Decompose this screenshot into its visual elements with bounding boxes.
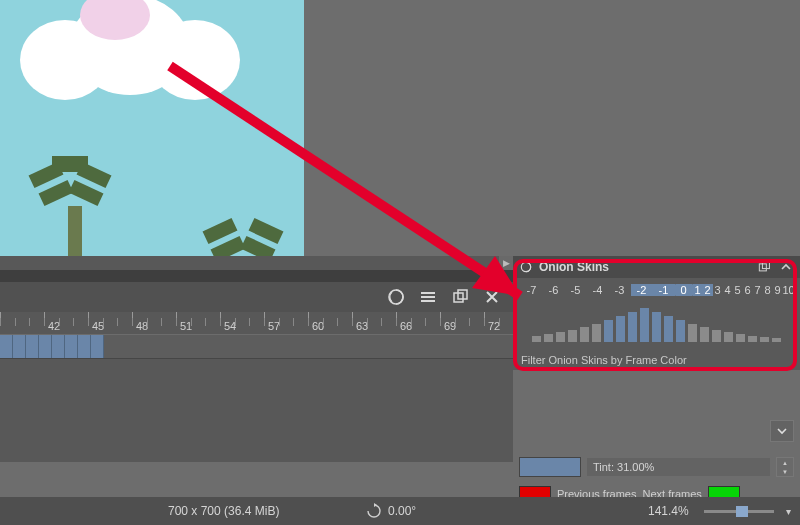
canvas-scrollbar-horizontal[interactable]: ▶ xyxy=(0,256,513,270)
onion-frame-numbers[interactable]: -7-6-5-4-3-2-1012345678910 xyxy=(513,278,800,298)
status-rotation[interactable]: 0.00° xyxy=(388,504,416,518)
dock-float-icon[interactable] xyxy=(451,288,469,306)
status-bar: 700 x 700 (36.4 MiB) 0.00° 141.4% ▾ xyxy=(0,497,800,525)
panel-title: Onion Skins xyxy=(539,260,750,274)
decoration-tree xyxy=(30,156,120,256)
status-dimensions: 700 x 700 (36.4 MiB) xyxy=(168,504,279,518)
onion-skin-icon[interactable] xyxy=(387,288,405,306)
zoom-slider-thumb[interactable] xyxy=(736,506,748,517)
decoration-cloud xyxy=(20,0,230,100)
panel-divider[interactable] xyxy=(0,270,513,282)
chevron-up-icon[interactable] xyxy=(778,259,794,275)
tint-color-swatch[interactable] xyxy=(519,457,581,477)
menu-icon[interactable] xyxy=(419,288,437,306)
tint-value[interactable]: Tint: 31.00% xyxy=(587,458,770,476)
tint-row: Tint: 31.00% ▲▼ xyxy=(519,456,794,478)
rotation-icon[interactable] xyxy=(366,503,382,519)
svg-rect-3 xyxy=(421,300,435,302)
status-zoom[interactable]: 141.4% xyxy=(648,504,689,518)
timeline-toolbar xyxy=(0,282,513,312)
decoration-tree xyxy=(200,214,290,256)
dock-float-icon[interactable] xyxy=(756,259,772,275)
onion-skins-panel: Onion Skins -7-6-5-4-3-2-1012345678910 F… xyxy=(513,256,800,370)
zoom-dropdown-icon[interactable]: ▾ xyxy=(780,503,796,519)
secondary-canvas-area xyxy=(513,0,800,256)
onion-filter-label: Filter Onion Skins by Frame Color xyxy=(513,350,800,370)
timeline-track[interactable] xyxy=(0,334,513,359)
panel-header[interactable]: Onion Skins xyxy=(513,256,800,278)
onion-opacity-bars[interactable] xyxy=(513,298,800,350)
zoom-slider[interactable] xyxy=(704,505,774,517)
svg-rect-2 xyxy=(421,296,435,298)
svg-rect-1 xyxy=(421,292,435,294)
scroll-right-button[interactable]: ▶ xyxy=(499,256,513,270)
close-icon[interactable] xyxy=(483,288,501,306)
timeline-panel[interactable]: 4245485154576063666972 xyxy=(0,312,513,462)
canvas-preview xyxy=(0,0,304,256)
chevron-down-icon[interactable] xyxy=(770,420,794,442)
timeline-keyframes[interactable] xyxy=(0,335,104,358)
tint-spinner[interactable]: ▲▼ xyxy=(776,457,794,477)
canvas-area[interactable] xyxy=(0,0,513,256)
timeline-ruler[interactable]: 4245485154576063666972 xyxy=(0,312,513,334)
onion-skin-header-icon xyxy=(519,260,533,274)
